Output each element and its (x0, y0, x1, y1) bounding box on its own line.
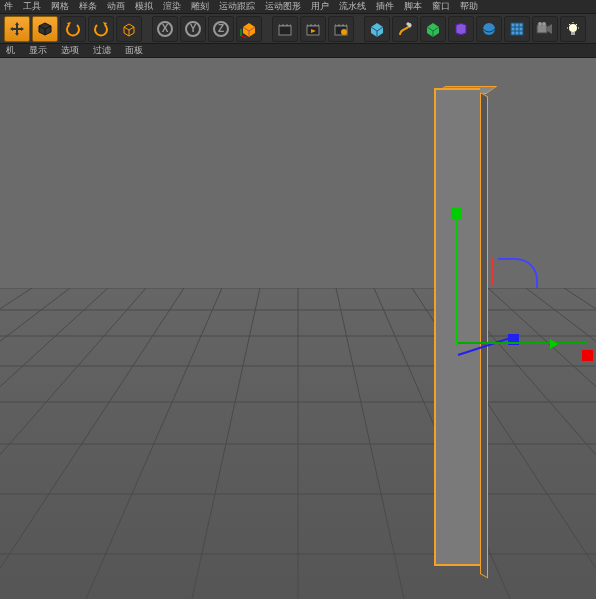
pillar-front-face (434, 88, 480, 566)
menu-item[interactable]: 雕刻 (191, 0, 209, 13)
viewport-sky (0, 58, 596, 288)
spline-pen-button[interactable] (392, 16, 418, 42)
redo-button[interactable] (88, 16, 114, 42)
viewport-grid (0, 288, 596, 599)
bluegrid-button[interactable] (504, 16, 530, 42)
svg-rect-10 (571, 32, 575, 35)
svg-point-7 (538, 22, 542, 26)
select-tool-button[interactable] (32, 16, 58, 42)
cube-line-button[interactable] (116, 16, 142, 42)
menu-item[interactable]: 插件 (376, 0, 394, 13)
axis-z-button[interactable]: Z (208, 16, 234, 42)
main-toolbar: X Y Z (0, 14, 596, 44)
undo-button[interactable] (60, 16, 86, 42)
menu-item[interactable]: 网格 (51, 0, 69, 13)
menu-item[interactable]: 用户 (311, 0, 329, 13)
menu-item[interactable]: 样条 (79, 0, 97, 13)
svg-rect-0 (279, 26, 291, 35)
render-picture-button[interactable] (300, 16, 326, 42)
viewport-3d[interactable] (0, 58, 596, 599)
pillar-side-face (480, 92, 488, 579)
render-view-button[interactable] (272, 16, 298, 42)
generator-button[interactable] (420, 16, 446, 42)
coord-system-button[interactable] (236, 16, 262, 42)
menu-item[interactable]: 件 (4, 0, 13, 13)
svg-point-9 (569, 24, 577, 32)
menu-item[interactable]: 工具 (23, 0, 41, 13)
menu-item[interactable]: 运动跟踪 (219, 0, 255, 13)
svg-rect-6 (537, 25, 547, 33)
viewport-menu-item[interactable]: 显示 (29, 44, 47, 57)
menu-item[interactable]: 窗口 (432, 0, 450, 13)
menu-item[interactable]: 渲染 (163, 0, 181, 13)
move-tool-button[interactable] (4, 16, 30, 42)
svg-rect-5 (511, 23, 523, 35)
menu-item[interactable]: 模拟 (135, 0, 153, 13)
main-menubar: 件 工具 网格 样条 动画 模拟 渲染 雕刻 运动跟踪 运动图形 用户 流水线 … (0, 0, 596, 14)
svg-point-8 (542, 22, 546, 26)
viewport-menu-item[interactable]: 选项 (61, 44, 79, 57)
viewport-menu-item[interactable]: 过滤 (93, 44, 111, 57)
menu-item[interactable]: 流水线 (339, 0, 366, 13)
viewport-menubar: 机 显示 选项 过滤 面板 (0, 44, 596, 58)
light-button[interactable] (560, 16, 586, 42)
render-settings-button[interactable] (328, 16, 354, 42)
viewport-menu-item[interactable]: 机 (6, 44, 15, 57)
menu-item[interactable]: 脚本 (404, 0, 422, 13)
viewport-menu-item[interactable]: 面板 (125, 44, 143, 57)
environment-button[interactable] (476, 16, 502, 42)
svg-point-3 (341, 29, 347, 35)
menu-item[interactable]: 运动图形 (265, 0, 301, 13)
axis-y-button[interactable]: Y (180, 16, 206, 42)
deformer-button[interactable] (448, 16, 474, 42)
menu-item[interactable]: 帮助 (460, 0, 478, 13)
primitive-cube-button[interactable] (364, 16, 390, 42)
camera-button[interactable] (532, 16, 558, 42)
menu-item[interactable]: 动画 (107, 0, 125, 13)
axis-x-button[interactable]: X (152, 16, 178, 42)
svg-point-4 (483, 23, 495, 35)
selected-object-pillar[interactable] (434, 88, 488, 580)
